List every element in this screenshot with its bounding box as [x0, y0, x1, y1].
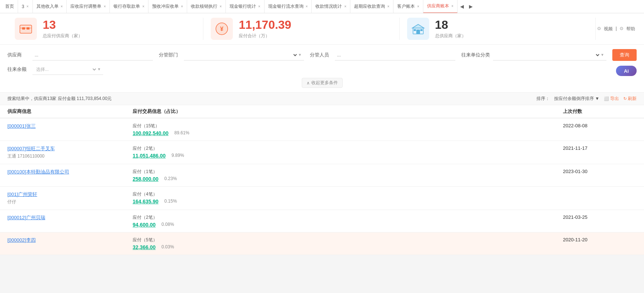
total-suppliers-count: 18	[435, 18, 466, 31]
summary-card-total-suppliers: 18 总供应商（家）	[400, 18, 596, 40]
nav-tab-bank-deposit-label: 银行存取款单	[113, 3, 140, 10]
nav-tab-other-income[interactable]: 其他收入单 ×	[33, 0, 67, 13]
category-filter-select[interactable]	[495, 52, 601, 58]
category-filter-select-wrapper: ▼	[493, 49, 607, 61]
supplier-cell-5: [000002]李四	[7, 237, 133, 244]
person-filter-input[interactable]	[335, 49, 455, 61]
close-icon[interactable]: ×	[27, 4, 29, 8]
summary-card-payable-amount: ¥ 11,170.39 应付合计（万）	[203, 18, 399, 40]
category-chevron-icon: ▼	[601, 53, 604, 57]
trans-amount-5[interactable]: 32,366.00	[133, 244, 155, 250]
table-row: [000100]本特勤油品有限公司 应付（1笔） 258,000.00 0.23…	[0, 164, 644, 187]
dept-filter-select[interactable]	[186, 52, 298, 58]
supplier-link-1[interactable]: [000007]恒旺二手叉车	[7, 145, 133, 152]
refresh-button[interactable]: ↻ 刷新	[623, 96, 637, 102]
balance-filter-select[interactable]: 选择...	[35, 66, 97, 72]
refresh-icon: ↻	[623, 96, 627, 101]
nav-tab-adjustment[interactable]: 应收应付调整单 ×	[67, 0, 110, 13]
transaction-cell-2: 应付（1笔） 258,000.00 0.23%	[133, 169, 563, 182]
close-icon[interactable]: ×	[344, 4, 346, 8]
trans-label-1: 应付（2笔）	[133, 145, 563, 152]
table-row-highlighted: [000002]李四 应付（5笔） 32,366.00 0.03% 2020-1…	[0, 232, 644, 255]
balance-filter-select-wrapper: 选择... ▼	[32, 64, 103, 75]
trans-label-5: 应付（5笔）	[133, 237, 563, 243]
table-row: [000012]广州贝瑞 应付（2笔） 94,600.00 0.08% 2021…	[0, 210, 644, 232]
close-icon[interactable]: ×	[417, 4, 419, 8]
supplier-cell-4: [000012]广州贝瑞	[7, 214, 133, 221]
nav-tab-overdue-label: 超期应收款查询	[354, 3, 385, 10]
balance-chevron-icon: ▼	[97, 67, 101, 71]
table-header: 供应商信息 应付交易信息（占比） 上次付数	[0, 105, 644, 118]
trans-amount-1[interactable]: 11,051,486.00	[133, 153, 166, 159]
supplier-sub-1: 王通 17106110000	[7, 153, 133, 159]
supplier-cell-2: [000100]本特勤油品有限公司	[7, 169, 133, 175]
supplier-link-4[interactable]: [000012]广州贝瑞	[7, 214, 133, 221]
close-icon[interactable]: ×	[220, 4, 222, 8]
nav-tab-cash-flow[interactable]: 现金银行流水查询 ×	[265, 0, 312, 13]
trans-percent-2: 0.23%	[164, 176, 177, 181]
close-icon[interactable]: ×	[258, 4, 260, 8]
supplier-link-2[interactable]: [000100]本特勤油品有限公司	[7, 169, 133, 175]
payable-suppliers-info: 13 总应付供应商（家）	[43, 18, 83, 39]
supplier-link-3[interactable]: [001]广州荣轩	[7, 191, 133, 198]
trans-amount-2[interactable]: 258,000.00	[133, 176, 158, 182]
trans-amount-0[interactable]: 100,092,540.00	[133, 130, 168, 136]
supplier-cell-1: [000007]恒旺二手叉车 王通 17106110000	[7, 145, 133, 159]
nav-tab-3[interactable]: 3 ×	[18, 0, 33, 13]
nav-prev-arrow[interactable]: ◀	[458, 0, 466, 13]
nav-tab-supplier-account[interactable]: 供应商账本 ×	[423, 0, 458, 13]
trans-amount-4[interactable]: 94,600.00	[133, 222, 155, 228]
video-link[interactable]: 视频	[604, 26, 613, 32]
trans-percent-5: 0.03%	[161, 244, 174, 249]
trans-label-4: 应付（2笔）	[133, 214, 563, 221]
nav-tab-prepay[interactable]: 预收冲应收单 ×	[148, 0, 187, 13]
nav-tab-bank-deposit[interactable]: 银行存取款单 ×	[110, 0, 148, 13]
svg-rect-2	[27, 27, 29, 30]
close-icon[interactable]: ×	[104, 4, 106, 8]
close-icon[interactable]: ×	[451, 4, 454, 8]
close-icon[interactable]: ×	[61, 4, 63, 8]
close-icon[interactable]: ×	[181, 4, 183, 8]
person-filter-label: 分管人员	[310, 52, 332, 58]
close-icon[interactable]: ×	[142, 4, 144, 8]
transaction-cell-4: 应付（2笔） 94,600.00 0.08%	[133, 214, 563, 228]
collapse-up-icon: ∧	[307, 80, 310, 86]
transaction-cell-5: 应付（5笔） 32,366.00 0.03%	[133, 237, 563, 250]
lastpay-cell-0: 2022-08-08	[563, 123, 637, 128]
close-icon[interactable]: ×	[306, 4, 308, 8]
nav-tab-overdue[interactable]: 超期应收款查询 ×	[350, 0, 393, 13]
divider: |	[616, 26, 617, 31]
export-button[interactable]: ⬜ 导出	[604, 96, 619, 102]
sort-select[interactable]: 按应付余额倒序排序 ▼	[554, 96, 599, 102]
close-icon[interactable]: ×	[387, 4, 389, 8]
svg-marker-7	[412, 24, 424, 28]
nav-tab-collection[interactable]: 收款核销执行 ×	[187, 0, 226, 13]
nav-tab-home[interactable]: 首页	[1, 0, 18, 13]
supplier-filter-input[interactable]	[32, 49, 153, 61]
collapse-label: 收起更多条件	[311, 80, 338, 86]
nav-tab-prepay-label: 预收冲应收单	[152, 3, 179, 10]
result-actions: 排序： 按应付余额倒序排序 ▼ ⬜ 导出 ↻ 刷新	[536, 96, 637, 102]
supplier-link-5[interactable]: [000002]李四	[7, 237, 133, 244]
ai-button[interactable]: Ai	[616, 66, 637, 76]
svg-rect-0	[20, 25, 32, 33]
nav-tab-customer-account[interactable]: 客户账本 ×	[393, 0, 423, 13]
help-link[interactable]: 帮助	[626, 26, 635, 32]
total-suppliers-label: 总供应商（家）	[435, 33, 466, 39]
total-suppliers-info: 18 总供应商（家）	[435, 18, 466, 39]
supplier-cell-0: [000001]张三	[7, 123, 133, 130]
filter-category: 往来单位分类 ▼	[461, 49, 607, 61]
query-button[interactable]: 查询	[612, 49, 637, 61]
sort-label: 排序：	[536, 96, 550, 102]
collapse-button[interactable]: ∧ 收起更多条件	[302, 78, 343, 88]
supplier-link-0[interactable]: [000001]张三	[7, 123, 133, 130]
summary-card-payable-suppliers: 13 总应付供应商（家）	[7, 18, 203, 40]
nav-tab-collection-label: 收款核销执行	[191, 3, 217, 10]
trans-amount-3[interactable]: 164,635.90	[133, 199, 158, 204]
nav-tab-collection-stat[interactable]: 收款情况统计 ×	[312, 0, 350, 13]
nav-tab-cash-bank-stat[interactable]: 现金银行统计 ×	[226, 0, 265, 13]
amount-icon: ¥	[211, 18, 233, 40]
transaction-cell-1: 应付（2笔） 11,051,486.00 9.89%	[133, 145, 563, 159]
nav-next-arrow[interactable]: ▶	[466, 0, 475, 13]
top-navigation: 首页 3 × 其他收入单 × 应收应付调整单 × 银行存取款单 × 预收冲应收单…	[0, 0, 644, 13]
